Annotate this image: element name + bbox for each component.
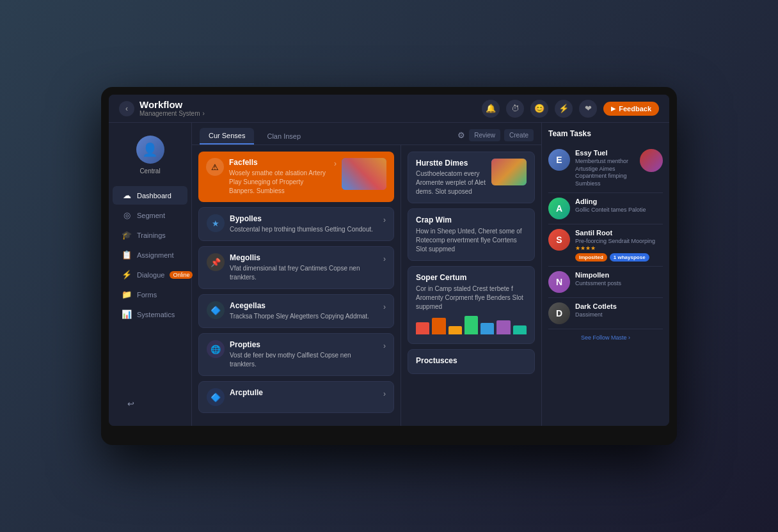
back-button[interactable]: ‹ [119,101,134,116]
featured-card[interactable]: ⚠ Facfells Wosely smathe ote alsation Ar… [198,152,394,202]
card3-header: 📌 Megollis Vfat dimensional tat frey Can… [207,253,386,282]
lightning-icon[interactable]: ⚡ [555,100,573,118]
card6-title: Arcptulle [230,388,378,397]
app-title-main: Workflow [139,100,205,111]
rc3-desc: Cor in Camp staled Crest terbete f Arome… [416,285,527,311]
member4-info: Nimpollen Cuntssment posts [575,271,663,288]
rc1-thumb-inner [491,159,527,185]
sidebar-item-segment[interactable]: ◎ Segment [113,206,187,224]
member1-info: Essy Tuel Membertust menthor Artustige A… [575,149,635,188]
content-area: Cur Senses Clan Insep ⚙ Review Create [192,123,541,426]
notification-icon[interactable]: 🔔 [482,100,500,118]
rc1-desc: Custhoelecatom every Aromente werplet of… [416,169,486,196]
sidebar-item-systematics[interactable]: 📊 Systematics [113,305,187,324]
card-bypolles[interactable]: ★ Bypolles Costcental hep trothing thuml… [198,207,394,241]
left-cards: ⚠ Facfells Wosely smathe ote alsation Ar… [192,145,401,426]
featured-card-header: ⚠ Facfells Wosely smathe ote alsation Ar… [206,158,386,196]
dialogue-icon: ⚡ [122,270,132,279]
member5-info: Dark Cotlets Dassiment [575,302,663,319]
rc2-desc: How in Sheep Unted, Cheret some of Rotec… [416,227,527,254]
member5-role: Dassiment [575,311,663,319]
sidebar-item-dashboard[interactable]: ☁ Dashboard [113,186,187,205]
member3-badge2: 1 whayspose [610,253,649,262]
tab-cur-senses[interactable]: Cur Senses [200,128,254,145]
card-arcptulle[interactable]: 🔷 Arcptulle › [198,381,394,413]
member3-badge1: Imposited [575,253,607,262]
sidebar-item-forms[interactable]: 📁 Forms [113,285,187,304]
member1-photo [640,149,663,172]
sidebar-item-trainings-label: Trainings [137,231,166,239]
back-nav-icon: ↩ [125,399,136,409]
bar-6 [496,320,510,334]
member4-avatar: N [548,271,570,293]
review-button[interactable]: Review [469,129,500,141]
member1-name: Essy Tuel [575,149,635,157]
sidebar-item-assignment[interactable]: 📋 Assignment [113,246,187,264]
card6-arrow: › [383,389,386,398]
card4-info: Acegellas Tracksa Thorpe Sley Alegetters… [230,301,378,321]
topbar-icons: 🔔 ⏱ 😊 ⚡ ❤ Feedback [482,100,659,118]
member4-name: Nimpollen [575,271,663,279]
filter-icon[interactable]: ⚙ [457,130,465,140]
content-main: ⚠ Facfells Wosely smathe ote alsation Ar… [192,145,541,426]
member2-info: Adling Gollic Conteit tames Palotie [575,198,663,214]
right-card-2[interactable]: Crap Wim How in Sheep Unted, Cheret some… [408,208,535,261]
main-layout: 👤 Central ☁ Dashboard ◎ Segment 🎓 Traini… [109,123,669,426]
member3-role: Pre-foorcing Sendrait Moorping [575,238,663,246]
tab-clan-insep[interactable]: Clan Insep [258,129,310,144]
create-button[interactable]: Create [504,129,534,141]
card-megollis[interactable]: 📌 Megollis Vfat dimensional tat frey Can… [198,246,394,289]
card4-header: 🔷 Acegellas Tracksa Thorpe Sley Alegette… [207,301,386,321]
emoji-icon[interactable]: 😊 [530,100,548,118]
card6-icon: 🔷 [207,388,225,406]
sidebar-item-dialogue[interactable]: ⚡ Dialogue Online [113,265,187,284]
sidebar-avatar: 👤 Central [109,130,191,185]
featured-card-info: Facfells Wosely smathe ote alsation Arte… [229,158,329,196]
heart-icon[interactable]: ❤ [579,100,597,118]
sidebar-bottom: ↩ [109,389,191,418]
featured-thumb-inner [342,158,386,190]
dashboard-icon: ☁ [122,191,132,200]
right-card-3[interactable]: Soper Certum Cor in Camp staled Crest te… [408,266,535,344]
monitor-frame: ‹ Workflow Management System › 🔔 ⏱ 😊 ⚡ ❤… [101,87,677,445]
card3-icon: 📌 [207,253,225,271]
app-title-sub: Management System › [139,110,205,117]
timer-icon[interactable]: ⏱ [506,100,524,118]
right-cards-container: Hurstte Dimes Custhoelecatom every Arome… [401,145,541,426]
sidebar-item-systematics-label: Systematics [137,311,175,318]
segment-icon: ◎ [122,210,132,220]
team-member-2: A Adling Gollic Conteit tames Palotie [548,193,663,224]
rc1-title: Hurstte Dimes [416,159,486,168]
dialogue-badge: Online [170,271,193,279]
sidebar-item-trainings[interactable]: 🎓 Trainings [113,226,187,244]
rc1-info: Hurstte Dimes Custhoelecatom every Arome… [416,159,486,196]
card5-icon: 🌐 [207,340,225,358]
card-propties[interactable]: 🌐 Propties Vost de feer bev mothy Calfle… [198,333,394,376]
card2-icon: ★ [207,214,225,232]
forms-icon: 📁 [122,290,132,299]
bar-5 [480,323,494,334]
featured-card-desc: Wosely smathe ote alsation Artery Play S… [229,169,329,196]
right-card-4[interactable]: Proctusces [408,349,535,374]
featured-card-icon: ⚠ [206,158,224,176]
card4-arrow: › [383,302,386,311]
app-title-container: Workflow Management System › [139,100,205,118]
card2-arrow: › [383,215,386,224]
member3-name: Santil Root [575,229,663,237]
card2-desc: Costcental hep trothing thumless Getting… [230,225,378,234]
cards-container: ⚠ Facfells Wosely smathe ote alsation Ar… [192,145,401,426]
right-panel: Team Tasks E Essy Tuel Membertust mentho… [541,123,669,426]
featured-card-arrow: › [334,159,337,168]
card-acegellas[interactable]: 🔷 Acegellas Tracksa Thorpe Sley Alegette… [198,294,394,328]
rc1-thumb [491,159,527,185]
card3-desc: Vfat dimensional tat frey Cantimes Copse… [230,264,378,282]
member3-avatar: S [548,229,570,251]
card2-info: Bypolles Costcental hep trothing thumles… [230,214,378,234]
sidebar-back-button[interactable]: ↩ [116,395,184,413]
panel-footer[interactable]: See Follow Maste › [548,329,663,341]
bar-4 [464,316,478,334]
right-card-1[interactable]: Hurstte Dimes Custhoelecatom every Arome… [408,152,535,203]
card6-header: 🔷 Arcptulle › [207,388,386,406]
member3-info: Santil Root Pre-foorcing Sendrait Moorpi… [575,229,663,262]
feedback-button[interactable]: Feedback [603,102,659,116]
